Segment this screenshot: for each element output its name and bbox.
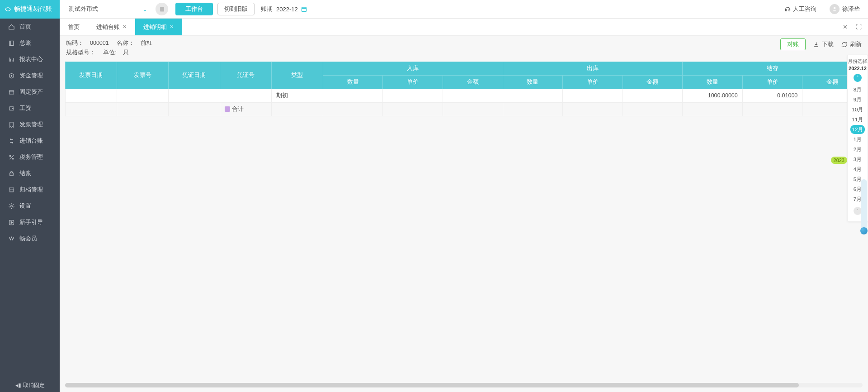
account-book-value: 测试外币式 <box>69 5 98 13</box>
side-handle[interactable] <box>861 179 867 234</box>
brand: 畅捷通易代账 <box>0 0 60 19</box>
unit-value: 只 <box>123 49 129 56</box>
month-item[interactable]: 11月 <box>850 115 865 124</box>
horizontal-scrollbar[interactable] <box>65 383 863 387</box>
month-panel-title: 月份选择 <box>848 58 868 65</box>
action-bar: 对账 下载 刷新 <box>780 38 862 50</box>
th-out-amt[interactable]: 金额 <box>623 75 683 89</box>
sidebar-item-salary[interactable]: 工资 <box>0 100 60 116</box>
sidebar-item-reports[interactable]: 报表中心 <box>0 51 60 67</box>
tab-ledger[interactable]: 进销台账 ✕ <box>88 19 135 35</box>
chevron-down-icon: ⌄ <box>142 6 147 13</box>
ledger-icon[interactable] <box>156 3 168 15</box>
reconcile-button[interactable]: 对账 <box>780 38 806 50</box>
sidebar-item-tax[interactable]: 税务管理 <box>0 149 60 165</box>
fullscreen-button[interactable]: ⛶ <box>853 21 864 33</box>
svg-rect-0 <box>160 7 164 11</box>
download-button[interactable]: 下载 <box>813 40 834 48</box>
code-value: 000001 <box>90 40 109 46</box>
th-out-qty[interactable]: 数量 <box>503 75 563 89</box>
table-total-row: 合计 <box>66 102 863 116</box>
sidebar-item-assets[interactable]: 固定资产 <box>0 84 60 100</box>
sum-icon <box>225 106 230 112</box>
th-in-amt[interactable]: 金额 <box>443 75 503 89</box>
svg-point-13 <box>11 205 13 207</box>
month-item[interactable]: 9月 <box>850 95 865 104</box>
top-bar: 畅捷通易代账 测试外币式 ⌄ 工作台 切到旧版 账期 2022-12 人工咨询 … <box>0 0 868 19</box>
total-cell: 合计 <box>220 102 271 116</box>
refresh-icon <box>841 41 848 48</box>
svg-rect-12 <box>10 189 14 191</box>
month-item[interactable]: 2月 <box>850 145 865 154</box>
item-info: 编码：000001 名称：前杠 规格型号： 单位:只 <box>66 38 159 58</box>
sidebar-item-funds[interactable]: 资金管理 <box>0 67 60 84</box>
th-group-bal: 结存 <box>683 62 863 75</box>
th-bal-price[interactable]: 单价 <box>742 75 802 89</box>
box-icon <box>8 89 15 96</box>
period-value: 2022-12 <box>276 6 298 13</box>
sidebar-item-invoice[interactable]: 发票管理 <box>0 116 60 133</box>
user-chip[interactable]: 徐泽华 <box>830 4 860 14</box>
percent-icon <box>8 154 15 161</box>
sidebar-unpin[interactable]: ◂▮ 取消固定 <box>0 378 60 392</box>
month-item-selected[interactable]: 12月 <box>850 125 865 134</box>
svg-rect-5 <box>9 91 14 94</box>
tab-home[interactable]: 首页 <box>60 19 88 35</box>
account-book-select[interactable]: 测试外币式 ⌄ <box>65 3 151 15</box>
scrollbar-thumb[interactable] <box>65 383 799 387</box>
month-item[interactable]: 4月 <box>850 165 865 174</box>
svg-point-8 <box>9 155 11 157</box>
table-row[interactable]: 期初 1000.00000 0.01000 10. <box>66 89 863 102</box>
th-group-in: 入库 <box>323 62 503 75</box>
th-in-price[interactable]: 单价 <box>383 75 443 89</box>
th-out-price[interactable]: 单价 <box>563 75 623 89</box>
sidebar-item-settings[interactable]: 设置 <box>0 198 60 214</box>
month-item[interactable]: 8月 <box>850 85 865 94</box>
th-voucher-date[interactable]: 凭证日期 <box>168 62 220 89</box>
support-link[interactable]: 人工咨询 <box>784 5 816 13</box>
person-icon <box>831 6 838 12</box>
home-icon <box>8 24 15 30</box>
receipt-icon <box>8 121 15 128</box>
tab-close-all-button[interactable]: ✕ <box>839 21 851 33</box>
svg-point-9 <box>12 158 14 159</box>
th-invoice-no[interactable]: 发票号 <box>117 62 168 89</box>
swap-icon <box>8 138 15 144</box>
th-invoice-date[interactable]: 发票日期 <box>66 62 117 89</box>
th-voucher-no[interactable]: 凭证号 <box>220 62 271 89</box>
cell-bal-price: 0.01000 <box>742 89 802 102</box>
sidebar-item-guide[interactable]: 新手引导 <box>0 214 60 230</box>
tab-detail[interactable]: 进销明细 ✕ <box>135 19 182 35</box>
code-label: 编码： <box>66 40 84 46</box>
name-label: 名称： <box>117 40 134 46</box>
refresh-button[interactable]: 刷新 <box>841 40 862 48</box>
wallet-icon <box>8 105 15 112</box>
workbench-button[interactable]: 工作台 <box>175 3 213 15</box>
th-in-qty[interactable]: 数量 <box>323 75 383 89</box>
close-icon[interactable]: ✕ <box>170 24 174 30</box>
close-icon[interactable]: ✕ <box>123 24 127 30</box>
th-type[interactable]: 类型 <box>271 62 323 89</box>
sidebar-item-ledger[interactable]: 总账 <box>0 35 60 51</box>
sidebar-item-archive[interactable]: 归档管理 <box>0 182 60 198</box>
info-row: 编码：000001 名称：前杠 规格型号： 单位:只 对账 下载 <box>60 36 868 60</box>
th-bal-qty[interactable]: 数量 <box>683 75 743 89</box>
month-prev-button[interactable]: ˄ <box>854 74 862 82</box>
month-item[interactable]: 1月 <box>850 135 865 144</box>
calendar-icon <box>301 6 307 13</box>
sidebar-item-vip[interactable]: 畅会员 <box>0 230 60 247</box>
notebook-icon <box>159 6 165 13</box>
svg-rect-1 <box>302 7 306 11</box>
archive-icon <box>8 186 15 193</box>
svg-rect-10 <box>10 173 14 176</box>
period[interactable]: 账期 2022-12 <box>261 5 307 13</box>
lock-icon <box>8 170 15 177</box>
month-item[interactable]: 10月 <box>850 105 865 114</box>
sidebar-item-inout[interactable]: 进销台账 <box>0 133 60 149</box>
switch-old-button[interactable]: 切到旧版 <box>217 3 255 15</box>
month-item[interactable]: 3月 <box>850 155 865 164</box>
unpin-icon: ◂▮ <box>15 382 21 388</box>
th-group-out: 出库 <box>503 62 683 75</box>
sidebar-item-home[interactable]: 首页 <box>0 19 60 35</box>
sidebar-item-close[interactable]: 结账 <box>0 165 60 182</box>
